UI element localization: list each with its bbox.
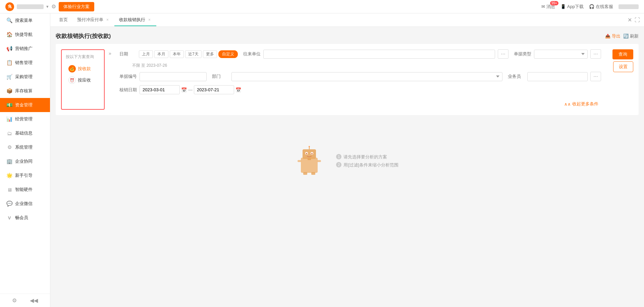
tab-expand-icon[interactable]: ⛶ <box>635 17 640 23</box>
filter-row-2: 单据编号 部门 业务员 <box>119 72 601 81</box>
date-btn-7days[interactable]: 近7天 <box>185 50 202 58</box>
filter-form: 日期 上月 本月 本年 近7天 更多 自定义 <box>119 49 633 110</box>
tab-bar: 首页 预付冲应付单 × 收款核销执行 × ✕ ⛶ <box>50 13 644 27</box>
bill-no-group: 单据编号 <box>119 72 207 81</box>
sidebar-item-marketing[interactable]: 📢 营销推广 <box>0 42 50 56</box>
guide-icon: 🌟 <box>6 172 12 178</box>
collapse-up-icon: ∧∧ <box>564 102 571 107</box>
svg-rect-6 <box>308 159 311 160</box>
sidebar-settings-icon[interactable]: ⚙ <box>12 297 17 304</box>
writeoff-start-date[interactable] <box>140 85 180 94</box>
sidebar-item-sales[interactable]: 📋 销售管理 <box>0 56 50 70</box>
collapse-more-btn[interactable]: ∧∧ 收起更多条件 <box>119 98 601 110</box>
tab-prepaid-writeoff[interactable]: 预付冲应付单 × <box>72 14 114 26</box>
empty-illustration <box>296 146 323 176</box>
sidebar-item-search[interactable]: 🔍 搜索菜单 <box>0 13 50 28</box>
department-label: 部门 <box>212 73 229 80</box>
writeoff-date-label: 核销日期 <box>119 87 137 93</box>
salesperson-group: 业务员 ··· <box>508 72 601 81</box>
content-area: 首页 预付冲应付单 × 收款核销执行 × ✕ ⛶ 收款核销执行(按收款) <box>50 13 644 307</box>
writeoff-date-group: 核销日期 📅 — 📅 <box>119 85 241 94</box>
wechat-icon: 💬 <box>6 201 12 207</box>
filter-panel: 按以下方案查询 💰 按收款 ⏰ 按应收 » <box>56 44 639 115</box>
svg-point-5 <box>311 153 313 154</box>
svg-rect-11 <box>303 172 307 175</box>
user-info-blurred <box>619 4 639 9</box>
sidebar-item-inventory[interactable]: 📦 库存核算 <box>0 84 50 98</box>
salesperson-label: 业务员 <box>508 73 525 80</box>
messages-badge: 99+ <box>550 1 558 5</box>
sidebar-item-guide[interactable]: 🌟 新手引导 <box>0 168 50 183</box>
sidebar-item-finance[interactable]: 💵 资金管理 <box>0 98 50 112</box>
counterpart-ellipsis[interactable]: ··· <box>498 49 508 59</box>
date-label: 日期 <box>119 51 136 57</box>
filter-row-1: 日期 上月 本月 本年 近7天 更多 自定义 <box>119 49 601 59</box>
app-download-button[interactable]: 📱 App下载 <box>560 4 584 10</box>
export-button[interactable]: 📤 导出 <box>605 33 621 39</box>
sidebar-item-enterprise[interactable]: 🏢 企业协同 <box>0 154 50 168</box>
vip-icon: V <box>6 215 12 220</box>
dropdown-arrow-icon[interactable]: ▾ <box>46 4 49 9</box>
date-btn-more[interactable]: 更多 <box>203 50 217 58</box>
bill-type-select[interactable] <box>534 50 588 59</box>
sidebar-item-basic[interactable]: 🗂 基础信息 <box>0 126 50 140</box>
date-btn-this-month[interactable]: 本月 <box>154 50 168 58</box>
tab-home[interactable]: 首页 <box>54 14 72 26</box>
query-actions: 查询 设置 <box>606 49 633 110</box>
sidebar-item-quick-nav[interactable]: 🏠 快捷导航 <box>0 28 50 42</box>
empty-svg <box>296 146 323 176</box>
filter-sidebar-title: 按以下方案查询 <box>66 54 100 60</box>
solution-button[interactable]: 体验行业方案 <box>59 2 94 11</box>
brand-name-blurred <box>17 4 44 9</box>
query-button[interactable]: 查询 <box>612 49 633 59</box>
sidebar-item-hardware[interactable]: 🖥 智能硬件 <box>0 183 50 197</box>
filter-by-receivable[interactable]: ⏰ 按应收 <box>66 74 100 86</box>
sidebar-bottom: ⚙ ◀◀ <box>0 294 50 307</box>
salesperson-input[interactable] <box>527 72 588 81</box>
svg-rect-12 <box>311 172 315 175</box>
tab-close-receipt[interactable]: × <box>147 17 152 22</box>
date-btn-custom[interactable]: 自定义 <box>218 50 238 58</box>
app-icon: 📱 <box>560 4 566 9</box>
brand: 兔 <box>5 2 14 11</box>
writeoff-end-date[interactable] <box>194 85 234 94</box>
date-nolimit: 不限 至 2023-07-26 <box>132 63 601 68</box>
tab-receipt-writeoff[interactable]: 收款核销执行 × <box>114 14 156 26</box>
messages-button[interactable]: ✉ 消息 99+ <box>541 4 555 10</box>
sidebar-item-vip[interactable]: V 畅会员 <box>0 211 50 225</box>
date-btn-last-month[interactable]: 上月 <box>139 50 153 58</box>
sidebar-collapse-btn[interactable]: » <box>109 49 115 110</box>
online-service-button[interactable]: 🎧 在线客服 <box>589 4 613 10</box>
filter-by-receipt[interactable]: 💰 按收款 <box>66 63 100 74</box>
sidebar-item-purchase[interactable]: 🛒 采购管理 <box>0 70 50 84</box>
writeoff-start-calendar-icon[interactable]: 📅 <box>181 87 187 93</box>
refresh-icon: 🔄 <box>623 34 629 39</box>
counterpart-input[interactable] <box>263 50 495 59</box>
bill-type-ellipsis[interactable]: ··· <box>590 49 601 59</box>
bill-no-input[interactable] <box>140 72 207 81</box>
date-quick-buttons: 上月 本月 本年 近7天 更多 自定义 <box>139 50 238 58</box>
filter-row-3: 核销日期 📅 — 📅 <box>119 85 601 94</box>
service-icon: 🎧 <box>589 4 594 9</box>
sidebar-collapse-icon[interactable]: ◀◀ <box>30 297 38 304</box>
marketing-icon: 📢 <box>6 46 12 52</box>
date-btn-this-year[interactable]: 本年 <box>170 50 184 58</box>
empty-state: 1 请先选择要分析的方案 2 用[过滤]条件来缩小分析范围 <box>56 119 639 203</box>
sidebar-item-system[interactable]: ⚙ 系统管理 <box>0 140 50 154</box>
receipt-icon: 💰 <box>68 65 76 72</box>
tab-close-all-icon[interactable]: ✕ <box>628 17 632 23</box>
search-icon: 🔍 <box>6 17 12 23</box>
department-select[interactable] <box>231 72 502 81</box>
main-layout: 🔍 搜索菜单 🏠 快捷导航 📢 营销推广 📋 销售管理 🛒 采购管理 📦 库存核… <box>0 13 644 307</box>
salesperson-ellipsis[interactable]: ··· <box>590 72 601 81</box>
settings-button[interactable]: 设置 <box>613 61 633 72</box>
sidebar-item-wechat[interactable]: 💬 企业微信 <box>0 197 50 211</box>
sidebar-item-business[interactable]: 📊 经营管理 <box>0 112 50 126</box>
tip-num-1: 1 <box>336 154 341 159</box>
tab-close-prepaid[interactable]: × <box>105 17 110 22</box>
refresh-button[interactable]: 🔄 刷新 <box>623 33 639 39</box>
message-icon: ✉ <box>541 4 545 9</box>
writeoff-end-calendar-icon[interactable]: 📅 <box>235 87 241 93</box>
settings-icon[interactable]: ⚙ <box>51 3 56 10</box>
filter-sidebar: 按以下方案查询 💰 按收款 ⏰ 按应收 <box>61 49 105 110</box>
